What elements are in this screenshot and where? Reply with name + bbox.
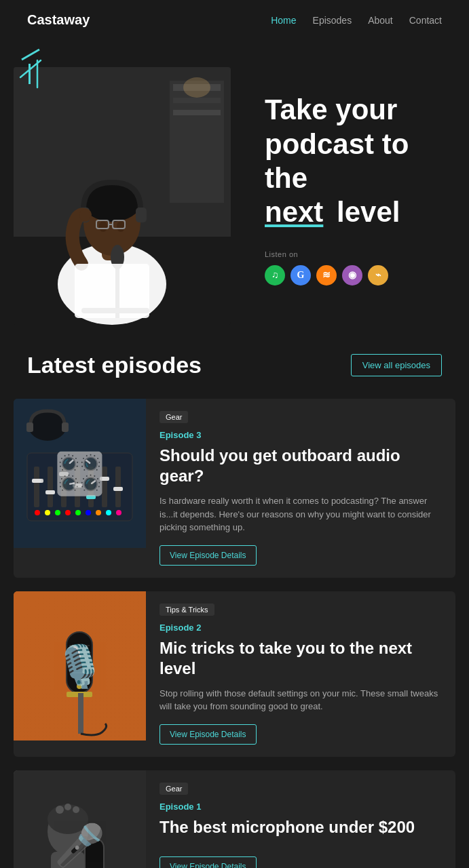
svg-rect-58 [67, 632, 92, 693]
svg-rect-35 [102, 467, 107, 507]
svg-point-44 [35, 510, 40, 515]
podcast-platform-icons: ♫ G ≋ ◉ ⌁ [265, 265, 442, 285]
section-title: Latest episodes [27, 352, 202, 378]
hero-image [14, 67, 231, 325]
episode-3-image [14, 399, 146, 548]
episodes-list: Gear Episode 3 Should you get outboard a… [0, 399, 469, 868]
svg-point-52 [116, 510, 121, 515]
episode-card-1: Gear Episode 1 The best microphone under… [14, 770, 455, 869]
episode-2-desc: Stop rolling with those default settings… [160, 687, 442, 713]
svg-rect-18 [136, 208, 147, 222]
nav-home[interactable]: Home [271, 15, 296, 26]
svg-rect-70 [51, 852, 85, 869]
episode-3-thumbnail [14, 399, 146, 548]
svg-rect-23 [75, 264, 149, 318]
svg-rect-33 [75, 467, 80, 507]
svg-point-50 [96, 510, 101, 515]
episode-2-tag: Tips & Tricks [160, 604, 214, 616]
nav-links: Home Episodes About Contact [271, 15, 442, 26]
episode-3-tag: Gear [160, 411, 188, 423]
svg-point-12 [99, 221, 107, 232]
svg-rect-43 [113, 487, 123, 491]
hero-level-word: level [337, 195, 400, 229]
episode-card-3: Gear Episode 3 Should you get outboard a… [14, 399, 455, 578]
nav-episodes[interactable]: Episodes [313, 15, 352, 26]
listen-on-label: Listen on [265, 250, 442, 258]
episode-3-info: Gear Episode 3 Should you get outboard a… [146, 399, 455, 578]
episode-1-image [14, 770, 146, 869]
episode-1-thumbnail [14, 770, 146, 869]
svg-point-48 [75, 510, 81, 515]
hero-decoration [17, 57, 58, 98]
episode-2-title: Mic tricks to take you to the next level [160, 638, 442, 679]
hero-next-word: next [265, 195, 323, 229]
svg-rect-32 [61, 467, 67, 507]
episode-1-info: Gear Episode 1 The best microphone under… [146, 770, 428, 869]
svg-rect-29 [34, 467, 39, 507]
svg-rect-6 [173, 110, 221, 115]
episode-2-number: Episode 2 [160, 623, 442, 633]
svg-point-45 [45, 510, 50, 515]
section-header: Latest episodes View all episodes [0, 345, 469, 399]
svg-point-73 [64, 804, 71, 810]
svg-rect-31 [48, 467, 53, 507]
navbar: Castaway Home Episodes About Contact [0, 0, 469, 40]
svg-rect-5 [173, 98, 221, 103]
svg-rect-34 [88, 467, 94, 507]
svg-point-66 [77, 684, 82, 689]
view-all-episodes-button[interactable]: View all episodes [351, 354, 442, 376]
nav-about[interactable]: About [368, 15, 393, 26]
hero-heading: Take your podcast to the next level [265, 93, 442, 230]
episode-2-info: Tips & Tricks Episode 2 Mic tricks to ta… [146, 591, 455, 757]
svg-rect-38 [45, 490, 55, 494]
site-logo: Castaway [27, 12, 90, 28]
svg-point-72 [56, 806, 64, 814]
google-podcasts-icon[interactable]: G [290, 265, 311, 285]
svg-point-49 [86, 510, 91, 515]
svg-point-19 [79, 210, 90, 220]
episode-2-view-button[interactable]: View Episode Details [160, 724, 257, 745]
episode-1-title: The best microphone under $200 [160, 817, 415, 837]
svg-rect-39 [59, 472, 69, 476]
episode-3-desc: Is hardware really worth it when it come… [160, 494, 442, 534]
rss-icon[interactable]: ⌁ [368, 265, 388, 285]
episode-3-view-button[interactable]: View Episode Details [160, 545, 257, 566]
svg-rect-37 [32, 479, 41, 483]
episode-1-tag: Gear [160, 783, 188, 795]
episode-card-2: Tips & Tricks Episode 2 Mic tricks to ta… [14, 591, 455, 757]
episode-2-thumbnail [14, 591, 146, 741]
svg-point-51 [106, 510, 111, 515]
hero-image-wrapper [14, 60, 244, 318]
svg-point-47 [65, 510, 71, 515]
svg-rect-42 [100, 477, 109, 481]
svg-point-13 [117, 221, 125, 232]
episode-3-title: Should you get outboard audio gear? [160, 446, 442, 486]
hero-text-block: Take your podcast to the next level List… [244, 93, 442, 285]
svg-rect-55 [62, 422, 69, 432]
apple-podcasts-icon[interactable]: ◉ [342, 265, 362, 285]
svg-rect-65 [78, 693, 83, 734]
svg-point-78 [79, 836, 90, 844]
svg-rect-75 [85, 838, 104, 869]
episode-1-view-button[interactable]: View Episode Details [160, 856, 257, 869]
spotify-icon[interactable]: ♫ [265, 265, 285, 285]
overcast-icon[interactable]: ≋ [316, 265, 337, 285]
nav-contact[interactable]: Contact [409, 15, 442, 26]
episode-3-number: Episode 3 [160, 430, 442, 440]
episode-1-number: Episode 1 [160, 802, 415, 812]
svg-rect-41 [86, 495, 96, 499]
episode-2-image [14, 591, 146, 741]
svg-rect-54 [26, 422, 33, 432]
hero-section: Take your podcast to the next level List… [0, 40, 469, 345]
svg-rect-40 [73, 484, 82, 488]
svg-point-46 [55, 510, 60, 515]
hero-illustration [14, 67, 231, 325]
svg-point-7 [183, 77, 210, 98]
svg-point-74 [73, 806, 79, 813]
